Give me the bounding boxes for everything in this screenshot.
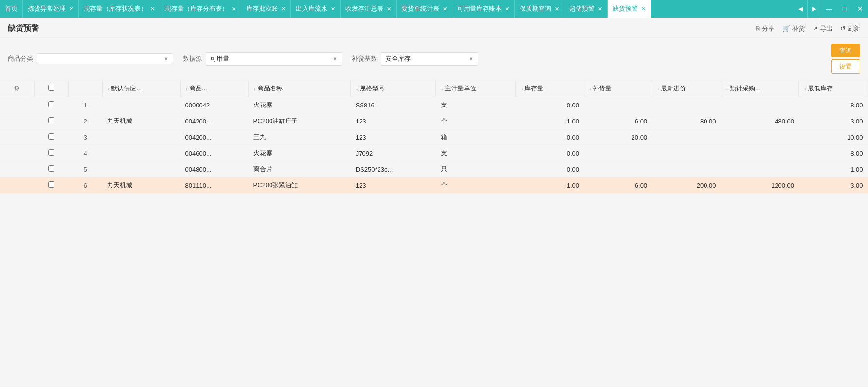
row-stock: 0.00: [516, 145, 584, 161]
row-checkbox-cell[interactable]: [34, 113, 68, 129]
nav-tab-0[interactable]: 首页: [0, 0, 23, 18]
row-supplier: [102, 97, 180, 113]
row-checkbox[interactable]: [48, 101, 54, 107]
replenish-column-header[interactable]: 补货量: [584, 80, 652, 97]
window-minimize-button[interactable]: —: [821, 0, 837, 18]
stock-column-header[interactable]: 库存量: [516, 80, 584, 97]
row-unit: 支: [436, 145, 516, 161]
table-row[interactable]: 4 004600... 火花塞 J7092 支 0.00 8.00: [0, 145, 868, 161]
nav-tab-7[interactable]: 要货单统计表✕: [397, 0, 452, 18]
export-button[interactable]: ↗ 导出: [813, 24, 832, 33]
nav-tab-4[interactable]: 库存批次账✕: [241, 0, 291, 18]
nav-left-arrow[interactable]: ◀: [794, 0, 808, 18]
nav-tab-11[interactable]: 缺货预警✕: [608, 0, 651, 18]
select-all-checkbox[interactable]: [48, 85, 54, 91]
datasource-select[interactable]: 可用量 ▼: [206, 52, 342, 66]
table-row[interactable]: 2 力天机械 004200... PC200油缸庄子 123 个 -1.00 6…: [0, 113, 868, 129]
settings-button[interactable]: 设置: [831, 59, 860, 74]
nav-tab-close-icon[interactable]: ✕: [443, 6, 447, 12]
nav-tab-1[interactable]: 拣货异常处理✕: [23, 0, 79, 18]
nav-tab-close-icon[interactable]: ✕: [69, 6, 73, 12]
row-settings: [0, 129, 34, 145]
row-est-purchase: [721, 145, 799, 161]
row-checkbox[interactable]: [48, 133, 54, 140]
row-name: 火花塞: [249, 97, 351, 113]
row-checkbox-cell[interactable]: [34, 129, 68, 145]
nav-tab-3[interactable]: 现存量（库存分布表）✕: [160, 0, 241, 18]
nav-tab-close-icon[interactable]: ✕: [150, 6, 155, 12]
num-column-header: [68, 80, 102, 97]
nav-tab-close-icon[interactable]: ✕: [387, 6, 391, 12]
supplier-column-header[interactable]: 默认供应...: [102, 80, 180, 97]
row-name: PC200油缸庄子: [249, 113, 351, 129]
nav-tab-5[interactable]: 出入库流水✕: [291, 0, 341, 18]
min-stock-column-header[interactable]: 最低库存: [799, 80, 868, 97]
row-unit: 个: [436, 177, 516, 194]
row-checkbox-cell[interactable]: [34, 97, 68, 113]
row-est-purchase: 1200.00: [721, 177, 799, 194]
datasource-label: 数据源: [183, 54, 202, 63]
category-filter-group: 商品分类 ▼: [8, 53, 173, 64]
nav-tab-close-icon[interactable]: ✕: [232, 6, 236, 12]
row-code: 004600...: [181, 145, 249, 161]
row-checkbox[interactable]: [48, 149, 54, 156]
nav-arrows: ◀ ▶ — □ ✕: [794, 0, 868, 18]
row-checkbox-cell[interactable]: [34, 161, 68, 177]
row-supplier: [102, 129, 180, 145]
table-row[interactable]: 5 004800... 离合片 DS250*23c... 只 0.00 1.00: [0, 161, 868, 177]
table-row[interactable]: 3 004200... 三九 123 箱 0.00 20.00 10.00: [0, 129, 868, 145]
row-checkbox-cell[interactable]: [34, 177, 68, 194]
row-checkbox[interactable]: [48, 117, 54, 123]
row-checkbox-cell[interactable]: [34, 145, 68, 161]
spec-column-header[interactable]: 规格型号: [351, 80, 436, 97]
row-code: 004200...: [181, 129, 249, 145]
nav-tab-close-icon[interactable]: ✕: [331, 6, 335, 12]
refresh-button[interactable]: ↺ 刷新: [840, 24, 860, 33]
nav-tab-close-icon[interactable]: ✕: [598, 6, 602, 12]
replenish-button[interactable]: 🛒 补货: [782, 24, 805, 33]
nav-tab-8[interactable]: 可用量库存账本✕: [452, 0, 515, 18]
nav-tab-close-icon[interactable]: ✕: [555, 6, 559, 12]
purchase-column-header[interactable]: 预计采购...: [721, 80, 799, 97]
replenish-select[interactable]: 安全库存 ▼: [381, 52, 478, 66]
page-title: 缺货预警: [8, 23, 39, 34]
datasource-value: 可用量: [210, 54, 229, 63]
column-settings-icon[interactable]: ⚙: [14, 84, 20, 92]
nav-tab-2[interactable]: 现存量（库存状况表）✕: [79, 0, 160, 18]
price-column-header[interactable]: 最新进价: [652, 80, 721, 97]
row-checkbox[interactable]: [48, 165, 54, 172]
name-column-header[interactable]: 商品名称: [249, 80, 351, 97]
query-button[interactable]: 查询: [831, 44, 860, 57]
code-column-header[interactable]: 商品...: [181, 80, 249, 97]
category-select[interactable]: ▼: [37, 53, 173, 64]
row-min-stock: 1.00: [799, 161, 868, 177]
data-table-container: ⚙ 默认供应... 商品... 商品名称 规格型号 主计量单位 库存量 补货量 …: [0, 80, 868, 194]
row-unit: 支: [436, 97, 516, 113]
nav-tab-close-icon[interactable]: ✕: [505, 6, 509, 12]
row-settings: [0, 161, 34, 177]
nav-tab-label: 要货单统计表: [401, 4, 439, 13]
share-icon: ⎘: [756, 25, 760, 32]
table-row[interactable]: 1 0000042 火花塞 SS816 支 0.00 8.00: [0, 97, 868, 113]
nav-tab-close-icon[interactable]: ✕: [281, 6, 286, 12]
check-column-header[interactable]: [34, 80, 68, 97]
export-icon: ↗: [813, 25, 818, 32]
nav-right-arrow[interactable]: ▶: [808, 0, 821, 18]
window-maximize-button[interactable]: □: [837, 0, 852, 18]
nav-tab-9[interactable]: 保质期查询✕: [515, 0, 564, 18]
nav-tab-6[interactable]: 收发存汇总表✕: [341, 0, 397, 18]
unit-column-header[interactable]: 主计量单位: [436, 80, 516, 97]
settings-column-header[interactable]: ⚙: [0, 80, 34, 97]
category-label: 商品分类: [8, 54, 33, 63]
nav-tab-10[interactable]: 超储预警✕: [564, 0, 608, 18]
row-min-stock: 3.00: [799, 113, 868, 129]
nav-tab-label: 现存量（库存状况表）: [84, 4, 147, 13]
table-row[interactable]: 6 力天机械 801110... PC200张紧油缸 123 个 -1.00 6…: [0, 177, 868, 194]
window-close-button[interactable]: ✕: [852, 0, 868, 18]
data-table: ⚙ 默认供应... 商品... 商品名称 规格型号 主计量单位 库存量 补货量 …: [0, 80, 868, 194]
nav-tab-close-icon[interactable]: ✕: [641, 6, 646, 12]
row-replenish: 20.00: [584, 129, 652, 145]
row-checkbox[interactable]: [48, 181, 54, 188]
share-button[interactable]: ⎘ 分享: [756, 24, 775, 33]
row-replenish: [584, 161, 652, 177]
